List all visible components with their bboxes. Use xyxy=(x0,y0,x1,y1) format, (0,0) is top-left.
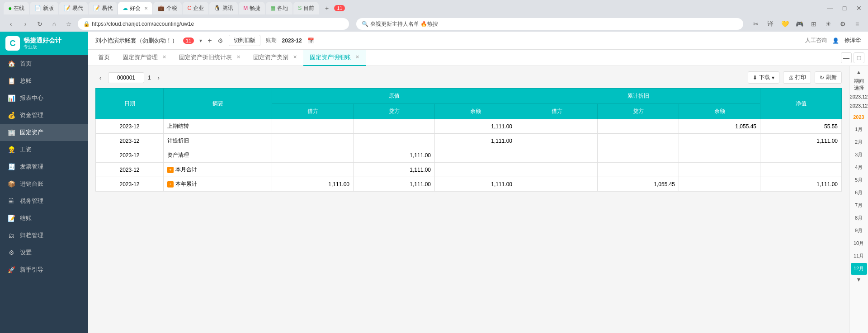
browser-tab-geshui[interactable]: 💼 个税 xyxy=(153,2,182,14)
tab-close-asset-detail[interactable]: ✕ xyxy=(355,54,359,60)
browser-tab-haohui[interactable]: ☁ 好会 ✕ xyxy=(118,2,152,14)
sidebar-item-funds[interactable]: 💰 资金管理 xyxy=(0,107,88,124)
period-month-10[interactable]: 10月 xyxy=(851,238,867,249)
ledger-icon: 📋 xyxy=(7,77,15,85)
sidebar-item-invoice[interactable]: 🧾 发票管理 xyxy=(0,158,88,175)
th-orig-debit: 借方 xyxy=(272,104,354,119)
grid-btn[interactable]: ⊞ xyxy=(808,19,819,29)
tab-maximize-btn[interactable]: □ xyxy=(854,52,864,63)
download-btn[interactable]: ⬇ 下载 ▾ xyxy=(748,71,779,84)
period-month-5[interactable]: 5月 xyxy=(851,174,867,186)
period-date-start[interactable]: 2023.12 xyxy=(849,92,868,101)
tab-close-fixed-assets-mgmt[interactable]: ✕ xyxy=(162,54,166,60)
row-acc-debit-1 xyxy=(516,119,598,134)
period-month-2[interactable]: 2月 xyxy=(851,136,867,148)
period-year-2023[interactable]: 2023 xyxy=(851,111,867,123)
switch-version-btn[interactable]: 切到旧版 xyxy=(229,35,260,46)
period-month-6[interactable]: 6月 xyxy=(851,187,867,199)
browser-maximize[interactable]: □ xyxy=(839,3,850,14)
browser-tab-changjie[interactable]: M 畅捷 xyxy=(239,2,265,14)
row-date-1: 2023-12 xyxy=(96,119,164,134)
row-acc-debit-4 xyxy=(516,163,598,177)
brightness-btn[interactable]: ☀ xyxy=(823,19,834,29)
tax-icon: 🏛 xyxy=(7,197,15,205)
browser-tab-close[interactable]: ✕ xyxy=(144,6,148,11)
consult-btn[interactable]: 人工咨询 xyxy=(805,37,827,44)
period-date-end[interactable]: 2023.12 xyxy=(849,101,868,110)
browser-tab-qiye[interactable]: C 企业 xyxy=(183,2,208,14)
tab-minimize-btn[interactable]: — xyxy=(841,52,852,63)
prev-page-btn[interactable]: ‹ xyxy=(95,73,105,83)
page-number-input[interactable] xyxy=(108,72,144,83)
refresh-btn[interactable]: ↻ xyxy=(34,19,45,29)
period-month-8[interactable]: 8月 xyxy=(851,212,867,224)
period-month-1[interactable]: 1月 xyxy=(851,124,867,136)
row-orig-balance-5: 1,111.00 xyxy=(435,177,516,192)
extensions-btn[interactable]: ✂ xyxy=(750,19,761,29)
period-month-12[interactable]: 12月 xyxy=(851,263,867,275)
tab-home[interactable]: 首页 xyxy=(92,50,116,66)
sidebar-item-reports[interactable]: 📊 报表中心 xyxy=(0,89,88,107)
menu-btn[interactable]: ≡ xyxy=(852,19,863,29)
sidebar-item-tax[interactable]: 🏛 税务管理 xyxy=(0,192,88,210)
row-orig-credit-1 xyxy=(354,119,435,134)
sidebar-label-ledger: 总账 xyxy=(20,77,32,85)
action-buttons: ⬇ 下载 ▾ 🖨 打印 ↻ 刷新 xyxy=(748,71,842,84)
sidebar-logo: C 畅捷通好会计 专业版 xyxy=(0,32,88,55)
browser-tab-tencent[interactable]: 🐧 腾讯 xyxy=(209,2,238,14)
table-row: 2023-12 + 本月合计 1,111.00 xyxy=(96,163,842,177)
sidebar-item-closing[interactable]: 📝 结账 xyxy=(0,210,88,227)
tab-depreciation-stats[interactable]: 固定资产折旧统计表 ✕ xyxy=(173,50,247,66)
browser-close[interactable]: ✕ xyxy=(854,3,864,14)
browser-tab-yidai1[interactable]: 📝 易代 xyxy=(59,2,88,14)
tab-close-asset-category[interactable]: ✕ xyxy=(293,54,297,60)
panel-scroll-up[interactable]: ▲ xyxy=(851,68,867,77)
sidebar-item-ledger[interactable]: 📋 总账 xyxy=(0,72,88,89)
sidebar-item-fixed-assets[interactable]: 🏢 固定资产 xyxy=(0,124,88,141)
browser-minimize[interactable]: — xyxy=(825,3,835,14)
print-btn[interactable]: 🖨 打印 xyxy=(783,71,811,84)
sidebar-item-payroll[interactable]: 👷 工资 xyxy=(0,141,88,158)
tab-fixed-assets-mgmt[interactable]: 固定资产管理 ✕ xyxy=(116,50,173,66)
dropdown-icon[interactable]: ▾ xyxy=(199,38,202,44)
sidebar-item-archive[interactable]: 🗂 归档管理 xyxy=(0,227,88,244)
browser-tab-online[interactable]: ● 在线 xyxy=(4,2,29,14)
sidebar-item-settings[interactable]: ⚙ 设置 xyxy=(0,244,88,261)
forward-btn[interactable]: › xyxy=(20,19,31,29)
panel-scroll-down[interactable]: ▼ xyxy=(851,275,867,284)
translate-btn[interactable]: 译 xyxy=(765,19,776,29)
new-tab-btn[interactable]: + xyxy=(321,3,332,14)
period-month-11[interactable]: 11月 xyxy=(851,250,867,262)
calendar-icon[interactable]: 📅 xyxy=(307,38,314,44)
period-month-3[interactable]: 3月 xyxy=(851,149,867,161)
sidebar-label-payroll: 工资 xyxy=(20,145,32,154)
guide-icon: 🚀 xyxy=(7,266,15,274)
sidebar-item-home[interactable]: 🏠 首页 xyxy=(0,55,88,72)
wallet-btn[interactable]: 💛 xyxy=(779,19,790,29)
bookmark-btn[interactable]: ☆ xyxy=(63,19,74,29)
search-box[interactable]: 🔍 央视更新主持人名单 🔥热搜 xyxy=(356,18,743,30)
sidebar-item-guide[interactable]: 🚀 新手引导 xyxy=(0,261,88,278)
tab-close-depreciation-stats[interactable]: ✕ xyxy=(236,54,241,60)
period-month-4[interactable]: 4月 xyxy=(851,162,867,174)
browser-tab-gedi[interactable]: ▦ 各地 xyxy=(266,2,292,14)
browser-tab-muqian[interactable]: S 目前 xyxy=(293,2,319,14)
next-page-btn[interactable]: › xyxy=(154,73,164,83)
browser-tab-new[interactable]: 📄 新版 xyxy=(30,2,58,14)
fixed-assets-icon: 🏢 xyxy=(7,128,15,136)
add-btn[interactable]: + xyxy=(208,37,212,45)
row-net-1: 55.55 xyxy=(760,119,842,134)
gaming-btn[interactable]: 🎮 xyxy=(794,19,805,29)
refresh-data-btn[interactable]: ↻ 刷新 xyxy=(815,71,842,84)
period-month-9[interactable]: 9月 xyxy=(851,225,867,237)
tab-asset-detail[interactable]: 固定资产明细账 ✕ xyxy=(303,50,366,66)
config-btn[interactable]: ⚙ xyxy=(217,37,223,44)
back-btn[interactable]: ‹ xyxy=(5,19,16,29)
settings-btn[interactable]: ⚙ xyxy=(837,19,848,29)
sidebar-item-inventory[interactable]: 📦 进销台账 xyxy=(0,175,88,192)
period-month-7[interactable]: 7月 xyxy=(851,200,867,211)
address-bar-url[interactable]: 🔒 https://cloud.chanjet.com/accounting/u… xyxy=(78,18,349,30)
browser-tab-yidai2[interactable]: 📝 易代 xyxy=(89,2,117,14)
home-btn[interactable]: ⌂ xyxy=(49,19,60,29)
tab-asset-category[interactable]: 固定资产类别 ✕ xyxy=(247,50,303,66)
